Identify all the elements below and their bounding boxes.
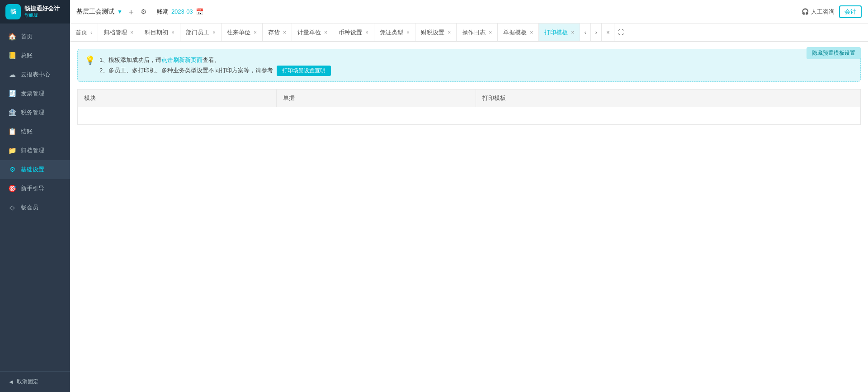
tab-departments-label: 部门员工 — [186, 28, 209, 37]
col-module: 模块 — [78, 90, 277, 107]
tab-inventory-close[interactable]: × — [283, 29, 286, 36]
sidebar-item-settings[interactable]: ⚙ 基础设置 — [0, 160, 70, 179]
tabs-next-button[interactable]: › — [591, 24, 602, 42]
reports-icon: ☁ — [8, 71, 16, 79]
tab-print-template-close[interactable]: × — [571, 29, 574, 36]
sidebar-item-settings-label: 基础设置 — [21, 165, 44, 174]
unpin-icon: ◄ — [8, 378, 14, 385]
sidebar-item-tax[interactable]: 🏦 税务管理 — [0, 103, 70, 122]
notice-line1-suffix: 查看。 — [203, 57, 220, 63]
tab-contacts-label: 往来单位 — [227, 28, 250, 37]
tab-home[interactable]: 首页 ‹ — [70, 24, 98, 42]
tab-subjects[interactable]: 科目期初 × — [139, 24, 180, 42]
tab-print-template[interactable]: 打印模板 × — [539, 24, 580, 42]
tab-single-template[interactable]: 单据模板 × — [498, 24, 539, 42]
tab-departments-close[interactable]: × — [212, 29, 216, 36]
tab-single-template-close[interactable]: × — [530, 29, 533, 36]
col-print-template: 打印模板 — [476, 90, 861, 107]
sidebar-nav: 🏠 首页 📒 总账 ☁ 云报表中心 🧾 发票管理 🏦 税务管理 📋 结账 📁 归… — [0, 24, 70, 371]
header-gear-button[interactable]: ⚙ — [139, 7, 149, 17]
tab-archive-close[interactable]: × — [130, 29, 133, 36]
tab-voucher-type[interactable]: 凭证类型 × — [374, 24, 415, 42]
notice-box: 💡 1、模板添加成功后，请点击刷新新页面查看。 2、多员工、多打印机、多种业务类… — [77, 49, 861, 82]
tab-voucher-type-close[interactable]: × — [406, 29, 410, 36]
header-period: 账期 2023-03 📅 — [157, 8, 203, 16]
sidebar-item-tax-label: 税务管理 — [21, 109, 44, 117]
tab-contacts-close[interactable]: × — [254, 29, 257, 36]
archive-icon: 📁 — [8, 146, 16, 155]
tab-archive-label: 归档管理 — [104, 28, 127, 37]
content-area: 隐藏预置模板设置 💡 1、模板添加成功后，请点击刷新新页面查看。 2、多员工、多… — [70, 42, 868, 392]
tab-tax[interactable]: 财税设置 × — [415, 24, 457, 42]
tab-unit-close[interactable]: × — [324, 29, 327, 36]
company-name: 基层工会测试 — [76, 8, 114, 16]
add-tab-button[interactable]: ＋ — [126, 7, 136, 17]
tab-unit[interactable]: 计量单位 × — [292, 24, 333, 42]
tab-subjects-close[interactable]: × — [171, 29, 175, 36]
tab-archive[interactable]: 归档管理 × — [98, 24, 139, 42]
tab-tax-close[interactable]: × — [448, 29, 451, 36]
tabs-close-all-button[interactable]: × — [602, 24, 614, 42]
tab-departments[interactable]: 部门员工 × — [180, 24, 222, 42]
sidebar-footer-label: 取消固定 — [17, 378, 38, 386]
checkout-icon: 📋 — [8, 128, 16, 136]
tab-operation-log[interactable]: 操作日志 × — [457, 24, 498, 42]
guide-icon: 🎯 — [8, 184, 16, 193]
calendar-icon[interactable]: 📅 — [196, 8, 203, 15]
period-value: 2023-03 — [171, 8, 193, 15]
print-scene-settings-button[interactable]: 打印场景设置宣明 — [277, 66, 331, 76]
tax-icon: 🏦 — [8, 109, 16, 117]
tab-operation-log-close[interactable]: × — [489, 29, 492, 36]
sidebar-item-checkout-label: 结账 — [21, 128, 33, 136]
tab-operation-log-label: 操作日志 — [462, 28, 486, 37]
main-area: 基层工会测试 ▼ ＋ ⚙ 账期 2023-03 📅 🎧 人工咨询 会计 首页 ‹… — [70, 0, 868, 392]
sidebar-item-member[interactable]: ◇ 畅会员 — [0, 198, 70, 217]
notice-line2: 2、多员工、多打印机、多种业务类型设置不同打印方案等，请参考 打印场景设置宣明 — [99, 65, 331, 76]
home-icon: 🏠 — [8, 33, 16, 41]
sidebar-unpin-button[interactable]: ◄ 取消固定 — [0, 371, 70, 392]
tab-voucher-type-label: 凭证类型 — [380, 28, 403, 37]
app-edition: 旗舰版 — [24, 12, 60, 19]
sidebar-item-reports[interactable]: ☁ 云报表中心 — [0, 65, 70, 84]
member-icon: ◇ — [8, 203, 16, 212]
tab-currency[interactable]: 币种设置 × — [333, 24, 374, 42]
tab-print-template-label: 打印模板 — [544, 28, 568, 37]
notice-line1-prefix: 1、模板添加成功后，请 — [99, 57, 161, 63]
ledger-icon: 📒 — [8, 52, 16, 60]
sidebar-item-invoice[interactable]: 🧾 发票管理 — [0, 84, 70, 103]
sidebar-item-guide[interactable]: 🎯 新手引导 — [0, 179, 70, 198]
notice-text: 1、模板添加成功后，请点击刷新新页面查看。 2、多员工、多打印机、多种业务类型设… — [99, 55, 331, 76]
support-label: 人工咨询 — [811, 8, 835, 16]
content-inner: 隐藏预置模板设置 💡 1、模板添加成功后，请点击刷新新页面查看。 2、多员工、多… — [70, 42, 868, 392]
header: 基层工会测试 ▼ ＋ ⚙ 账期 2023-03 📅 🎧 人工咨询 会计 — [70, 0, 868, 24]
kuaiji-button[interactable]: 会计 — [839, 5, 862, 18]
sidebar-item-home[interactable]: 🏠 首页 — [0, 27, 70, 46]
sidebar-item-ledger[interactable]: 📒 总账 — [0, 46, 70, 65]
table-body — [77, 107, 861, 125]
tabs-prev-button[interactable]: ‹ — [580, 24, 591, 42]
app-name: 畅捷通好会计 — [24, 5, 60, 12]
tab-currency-close[interactable]: × — [365, 29, 368, 36]
sidebar-item-home-label: 首页 — [21, 33, 33, 41]
sidebar-item-archive[interactable]: 📁 归档管理 — [0, 141, 70, 160]
tab-single-template-label: 单据模板 — [503, 28, 527, 37]
header-company: 基层工会测试 ▼ — [76, 8, 123, 16]
tab-inventory-label: 存货 — [268, 28, 280, 37]
tabs-expand-button[interactable]: ⛶ — [614, 24, 627, 42]
tabs-bar: 首页 ‹ 归档管理 × 科目期初 × 部门员工 × 往来单位 × 存货 × 计量… — [70, 24, 868, 42]
sidebar-item-checkout[interactable]: 📋 结账 — [0, 122, 70, 141]
sidebar: 畅 畅捷通好会计 旗舰版 🏠 首页 📒 总账 ☁ 云报表中心 🧾 发票管理 🏦 … — [0, 0, 70, 392]
company-dropdown-icon[interactable]: ▼ — [117, 9, 123, 15]
sidebar-item-ledger-label: 总账 — [21, 52, 33, 60]
tab-inventory[interactable]: 存货 × — [263, 24, 292, 42]
tab-contacts[interactable]: 往来单位 × — [222, 24, 263, 42]
table-header: 模块 单据 打印模板 — [77, 89, 861, 107]
hide-preview-template-button[interactable]: 隐藏预置模板设置 — [807, 47, 861, 59]
notice-refresh-link[interactable]: 点击刷新新页面 — [161, 57, 203, 63]
tab-unit-label: 计量单位 — [297, 28, 321, 37]
app-logo-text: 畅捷通好会计 旗舰版 — [24, 5, 60, 19]
tab-home-nav-icon[interactable]: ‹ — [90, 29, 92, 36]
tab-tax-label: 财税设置 — [421, 28, 444, 37]
sidebar-item-invoice-label: 发票管理 — [21, 90, 44, 98]
support-button[interactable]: 🎧 人工咨询 — [802, 8, 835, 16]
